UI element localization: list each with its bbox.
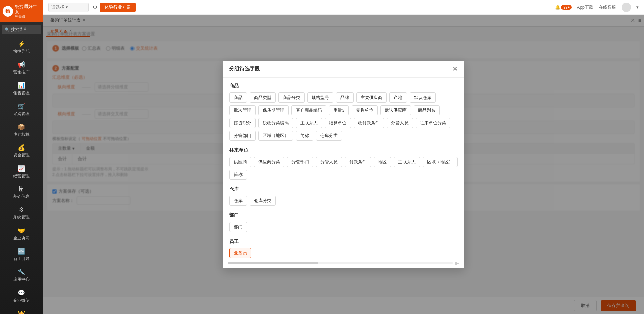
- modal-header: 分组待选字段 ✕: [223, 61, 464, 78]
- field-tag[interactable]: 供应商分类: [254, 157, 284, 167]
- field-tag[interactable]: 品牌: [336, 92, 354, 103]
- field-tag[interactable]: 仓库: [229, 196, 247, 206]
- field-tag[interactable]: 分管人员: [316, 157, 342, 167]
- field-tags-goods: 商品商品类型商品分类规格型号品牌主要供应商产地默认仓库批次管理保质期管理客户商品…: [229, 92, 458, 141]
- sidebar-item-label-system: 系统管理: [13, 214, 30, 220]
- purchase-icon: 🛒: [18, 103, 25, 110]
- field-tag[interactable]: 部门: [229, 222, 247, 232]
- field-tags-partner: 供应商供应商分类分管部门分管人员付款条件地区主联系人区域（地区）简称: [229, 157, 458, 180]
- sidebar-item-collab[interactable]: 🤝企业协同: [13, 224, 30, 244]
- horizontal-scrollbar[interactable]: [228, 262, 318, 264]
- modal: 分组待选字段 ✕ 商品商品商品类型商品分类规格型号品牌主要供应商产地默认仓库批次…: [223, 61, 464, 268]
- modal-title: 分组待选字段: [229, 66, 260, 72]
- field-tag[interactable]: 简称: [296, 131, 313, 141]
- sidebar-item-label-basic: 基础信息: [13, 194, 30, 199]
- sidebar-item-label-operations: 经营管理: [13, 173, 30, 179]
- sidebar-item-sales[interactable]: 📊销售管理: [13, 78, 30, 99]
- field-tag[interactable]: 批次管理: [229, 105, 256, 115]
- field-tag[interactable]: 分管人员: [387, 118, 413, 128]
- sidebar-item-marketing[interactable]: 📢营销推广: [13, 58, 30, 78]
- field-tag[interactable]: 零售单位: [352, 105, 378, 115]
- field-tag[interactable]: 主联系人: [296, 118, 322, 128]
- sidebar-item-appstore[interactable]: 🔧应用中心: [13, 265, 30, 286]
- field-section-title-warehouse: 仓库: [229, 186, 458, 192]
- member-icon: 👑: [18, 310, 25, 314]
- field-tag[interactable]: 付款条件: [345, 157, 371, 167]
- finance-icon: 💰: [18, 144, 25, 151]
- field-tag[interactable]: 分管部门: [229, 131, 256, 141]
- field-tag[interactable]: 拣货积分: [229, 118, 256, 128]
- field-tag[interactable]: 区域（地区）: [258, 131, 293, 141]
- field-tag[interactable]: 分管部门: [287, 157, 313, 167]
- field-tag[interactable]: 默认仓库: [410, 92, 436, 103]
- sidebar-item-label-wechat: 企业微信: [13, 298, 30, 303]
- sidebar-item-wechat[interactable]: 💬企业微信: [13, 286, 30, 307]
- experience-btn[interactable]: 体验行业方案: [100, 3, 136, 12]
- field-tags-warehouse: 仓库仓库分类: [229, 196, 458, 206]
- field-tag[interactable]: 地区: [374, 157, 391, 167]
- sidebar-item-quick-nav[interactable]: ⚡快捷导航: [13, 37, 30, 58]
- field-tag[interactable]: 主联系人: [394, 157, 420, 167]
- field-tag[interactable]: 税收分类编码: [258, 118, 293, 128]
- field-section-department: 部门部门: [229, 212, 458, 232]
- guide-icon: 🆕: [18, 248, 25, 255]
- field-tag[interactable]: 重量3: [329, 105, 349, 115]
- sidebar-item-basic[interactable]: 🗄基础信息: [13, 182, 30, 203]
- sidebar-item-label-sales: 销售管理: [13, 90, 30, 96]
- modal-overlay: 分组待选字段 ✕ 商品商品商品类型商品分类规格型号品牌主要供应商产地默认仓库批次…: [43, 15, 644, 314]
- field-tag[interactable]: 简称: [229, 170, 247, 180]
- field-tag[interactable]: 商品: [229, 92, 247, 103]
- sidebar-item-inventory[interactable]: 📦库存核算: [13, 120, 30, 141]
- topbar: 请选择 ▾ ⚙ 体验行业方案 🔔99+ App下载 在线客服 ▾: [43, 0, 644, 15]
- sidebar-item-system[interactable]: ⚙系统管理: [13, 203, 30, 224]
- topbar-selector[interactable]: 请选择 ▾: [48, 3, 89, 12]
- sidebar-item-label-quick-nav: 快捷导航: [13, 49, 30, 54]
- sidebar-item-operations[interactable]: 📈经营管理: [13, 162, 30, 182]
- sidebar-item-label-appstore: 应用中心: [13, 277, 30, 282]
- field-tag[interactable]: 区域（地区）: [423, 157, 458, 167]
- sales-icon: 📊: [18, 82, 25, 89]
- operations-icon: 📈: [18, 165, 25, 172]
- field-tag[interactable]: 规格型号: [307, 92, 333, 103]
- sidebar-item-purchase[interactable]: 🛒采购管理: [13, 99, 30, 120]
- sidebar-item-label-purchase: 采购管理: [13, 111, 30, 117]
- field-tag[interactable]: 商品分类: [278, 92, 305, 103]
- notification-area[interactable]: 🔔99+: [555, 5, 572, 10]
- field-tag[interactable]: 往来单位分类: [416, 118, 450, 128]
- field-tag[interactable]: 保质期管理: [258, 105, 289, 115]
- system-icon: ⚙: [19, 206, 24, 213]
- sidebar: 畅 畅捷通好生意 标签图 🔍 搜索菜单 ⚡快捷导航📢营销推广📊销售管理🛒采购管理…: [0, 0, 43, 314]
- user-menu[interactable]: ▾: [636, 5, 639, 10]
- sidebar-search[interactable]: 🔍 搜索菜单: [2, 25, 41, 34]
- field-tag[interactable]: 产地: [389, 92, 407, 103]
- field-tag[interactable]: 主要供应商: [356, 92, 387, 103]
- modal-body: 商品商品商品类型商品分类规格型号品牌主要供应商产地默认仓库批次管理保质期管理客户…: [223, 78, 464, 258]
- appstore-icon: 🔧: [18, 268, 25, 276]
- user-avatar[interactable]: [622, 3, 631, 12]
- modal-close-icon[interactable]: ✕: [452, 65, 458, 73]
- field-tag[interactable]: 结算单位: [325, 118, 351, 128]
- chevron-down-icon: ▾: [66, 5, 68, 10]
- field-tag[interactable]: 仓库分类: [316, 131, 342, 141]
- scroll-right-arrow[interactable]: ▶: [455, 261, 459, 266]
- field-tags-staff: 业务员: [229, 248, 458, 258]
- field-section-title-partner: 往来单位: [229, 147, 458, 153]
- field-tag[interactable]: 默认供应商: [380, 105, 411, 115]
- sidebar-item-label-finance: 资金管理: [13, 152, 30, 158]
- sidebar-item-finance[interactable]: 💰资金管理: [13, 141, 30, 162]
- field-tag[interactable]: 商品类型: [250, 92, 276, 103]
- field-tag[interactable]: 收付款条件: [354, 118, 384, 128]
- field-tag[interactable]: 业务员: [229, 248, 251, 258]
- field-tag[interactable]: 客户商品编码: [291, 105, 326, 115]
- field-tag[interactable]: 供应商: [229, 157, 251, 167]
- sidebar-item-member[interactable]: 👑畅会员: [13, 307, 30, 314]
- sidebar-item-guide[interactable]: 🆕新手引导: [13, 244, 30, 265]
- logo-icon: 畅: [3, 6, 13, 17]
- app-download[interactable]: App下载: [577, 4, 593, 10]
- gear-icon[interactable]: ⚙: [93, 4, 97, 10]
- selector-text: 请选择: [51, 4, 64, 10]
- field-tag[interactable]: 仓库分类: [250, 196, 276, 206]
- online-service[interactable]: 在线客服: [599, 4, 616, 10]
- field-tag[interactable]: 商品别名: [414, 105, 440, 115]
- field-tags-department: 部门: [229, 222, 458, 232]
